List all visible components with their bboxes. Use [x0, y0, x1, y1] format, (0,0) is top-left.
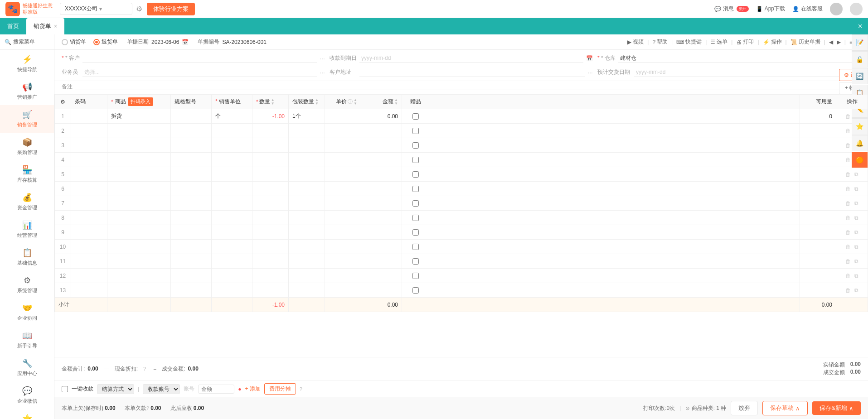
sidebar-item-guide[interactable]: 📖 新手引导	[0, 326, 54, 354]
trial-button[interactable]: 体验行业方案	[147, 3, 195, 15]
cell-unit-12[interactable]	[212, 283, 252, 298]
gift-checkbox-7[interactable]	[412, 215, 419, 221]
cell-unit-4[interactable]	[212, 167, 252, 182]
cell-pkgqty-10[interactable]	[289, 254, 325, 269]
sidebar-item-wechat[interactable]: 💬 企业微信	[0, 381, 54, 409]
settings-icon[interactable]: ⚙	[136, 5, 142, 13]
float-lock-button[interactable]: 🔒	[852, 51, 868, 67]
col-header-settings[interactable]: ⚙	[55, 95, 71, 109]
cell-unit-7[interactable]	[212, 211, 252, 225]
cell-unit-11[interactable]	[212, 269, 252, 283]
cell-unit-1[interactable]	[212, 124, 252, 138]
sidebar-item-app-center[interactable]: 🔧 应用中心	[0, 354, 54, 381]
sidebar-item-collab[interactable]: 🤝 企业协同	[0, 299, 54, 326]
float-note-button[interactable]: 📝	[852, 34, 868, 51]
cell-barcode-8[interactable]	[71, 225, 107, 240]
delete-icon-7[interactable]: 🗑	[845, 215, 851, 221]
cell-barcode-3[interactable]	[71, 153, 107, 167]
cell-qty-10[interactable]	[252, 254, 289, 269]
cell-gift-4[interactable]	[402, 167, 429, 182]
operate-link[interactable]: ⚡ 操作	[763, 38, 782, 46]
sidebar-item-purchase[interactable]: 📦 采购管理	[0, 133, 54, 160]
video-link[interactable]: ▶ 视频	[627, 38, 644, 46]
customer-more-button[interactable]: ···	[320, 55, 325, 62]
cell-spec-0[interactable]	[171, 109, 212, 124]
cell-goods-4[interactable]	[107, 167, 171, 182]
add-payment-button[interactable]: + 添加	[245, 385, 260, 393]
sidebar-item-system[interactable]: ⚙ 系统管理	[0, 271, 54, 299]
cell-unit-0[interactable]: 个	[212, 109, 252, 124]
shortcut-link[interactable]: ⌨ 快捷键	[676, 38, 702, 46]
cell-amount-4[interactable]	[361, 167, 402, 182]
delete-icon-9[interactable]: 🗑	[845, 244, 851, 250]
float-star-button[interactable]: ⭐	[852, 118, 868, 135]
cell-barcode-4[interactable]	[71, 167, 107, 182]
date-calendar-icon[interactable]: 📅	[182, 39, 189, 45]
gift-checkbox-6[interactable]	[412, 200, 419, 207]
gift-checkbox-12[interactable]	[412, 287, 419, 294]
message-button[interactable]: 💬 消息 99+	[714, 5, 749, 13]
cell-goods-0[interactable]: 拆货	[107, 109, 171, 124]
cell-price-9[interactable]	[325, 240, 361, 254]
cell-unit-8[interactable]	[212, 225, 252, 240]
cell-unit-6[interactable]	[212, 196, 252, 211]
notes-input[interactable]	[75, 83, 861, 90]
copy-icon-10[interactable]: ⧉	[854, 258, 858, 265]
gift-checkbox-3[interactable]	[412, 157, 419, 163]
goods-type-info[interactable]: ⊙ 商品种类: 1 种	[685, 405, 726, 412]
cell-amount-5[interactable]	[361, 182, 402, 196]
cell-gift-5[interactable]	[402, 182, 429, 196]
cell-spec-3[interactable]	[171, 153, 212, 167]
cell-price-7[interactable]	[325, 211, 361, 225]
scan-barcode-button[interactable]: 扫码录入	[128, 97, 153, 106]
cell-qty-0[interactable]: -1.00	[252, 109, 289, 124]
help-link[interactable]: ? 帮助	[652, 38, 668, 46]
cell-spec-2[interactable]	[171, 138, 212, 153]
sidebar-search[interactable]: 🔍 搜索菜单	[0, 34, 54, 50]
copy-icon-11[interactable]: ⧉	[854, 273, 858, 279]
cell-qty-2[interactable]	[252, 138, 289, 153]
delete-icon-4[interactable]: 🗑	[845, 171, 851, 178]
cell-gift-9[interactable]	[402, 240, 429, 254]
cell-gift-3[interactable]	[402, 153, 429, 167]
nav-next-icon[interactable]: ▶	[837, 39, 841, 45]
delete-icon-2[interactable]: 🗑	[845, 142, 851, 149]
cell-pkgqty-9[interactable]	[289, 240, 325, 254]
cell-price-6[interactable]	[325, 196, 361, 211]
cell-unit-9[interactable]	[212, 240, 252, 254]
cell-gift-7[interactable]	[402, 211, 429, 225]
cell-price-0[interactable]	[325, 109, 361, 124]
cell-price-10[interactable]	[325, 254, 361, 269]
cust-addr-input[interactable]	[359, 67, 585, 77]
fee-split-button[interactable]: 费用分摊	[264, 383, 296, 395]
gift-checkbox-11[interactable]	[412, 273, 419, 279]
cell-goods-2[interactable]	[107, 138, 171, 153]
cell-barcode-7[interactable]	[71, 211, 107, 225]
cell-amount-0[interactable]: 0.00	[361, 109, 402, 124]
cell-gift-1[interactable]	[402, 124, 429, 138]
radio-sales-order[interactable]: 销货单	[62, 38, 86, 46]
cell-barcode-0[interactable]	[71, 109, 107, 124]
cell-gift-6[interactable]	[402, 196, 429, 211]
cell-pkgqty-5[interactable]	[289, 182, 325, 196]
tab-bar-close-icon[interactable]: ×	[858, 22, 863, 31]
cell-unit-5[interactable]	[212, 182, 252, 196]
cell-price-5[interactable]	[325, 182, 361, 196]
cell-pkgqty-8[interactable]	[289, 225, 325, 240]
float-refresh-button[interactable]: 🔄	[852, 68, 868, 84]
salesman-more-button[interactable]: ···	[320, 69, 325, 76]
sidebar-item-quick-nav[interactable]: ⚡ 快捷导航	[0, 50, 54, 77]
gift-checkbox-4[interactable]	[412, 171, 419, 178]
cell-goods-9[interactable]	[107, 240, 171, 254]
fee-help-icon[interactable]: ?	[300, 386, 302, 392]
customer-input[interactable]	[82, 53, 317, 63]
tab-home[interactable]: 首页	[0, 18, 26, 34]
cell-spec-7[interactable]	[171, 211, 212, 225]
gift-checkbox-8[interactable]	[412, 229, 419, 236]
recv-date-calendar-icon[interactable]: 📅	[586, 55, 593, 62]
cell-pkgqty-4[interactable]	[289, 167, 325, 182]
cell-price-11[interactable]	[325, 269, 361, 283]
delete-icon-8[interactable]: 🗑	[845, 229, 851, 236]
gift-checkbox-9[interactable]	[412, 244, 419, 250]
sidebar-item-member[interactable]: ⭐ 畅会员	[0, 409, 54, 419]
